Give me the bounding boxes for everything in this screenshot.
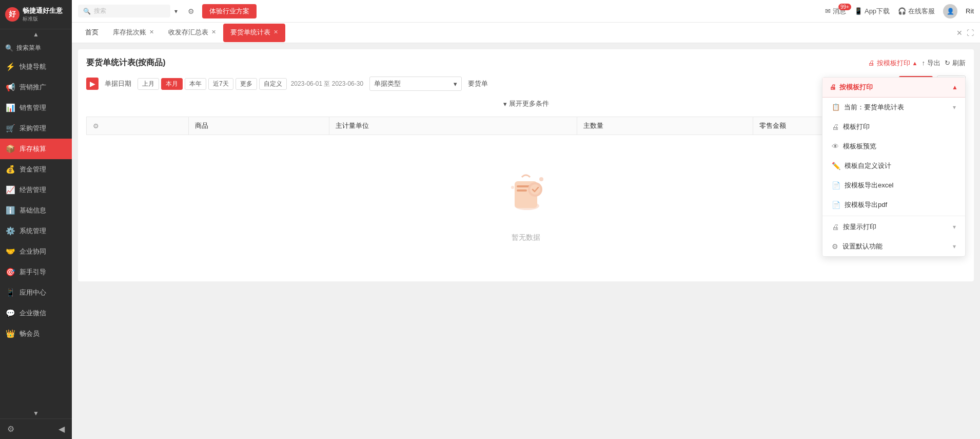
table-settings-icon[interactable]: ⚙ <box>93 122 99 130</box>
tab-receivable-summary[interactable]: 收发存汇总表 ✕ <box>161 24 223 42</box>
page-title: 要货单统计表(按商品) <box>86 58 166 68</box>
tab-close-order-stats[interactable]: ✕ <box>273 29 278 35</box>
online-service-btn[interactable]: 🎧 在线客服 <box>898 7 935 16</box>
date-btn-this-year[interactable]: 本年 <box>185 78 206 90</box>
date-range: 2023-06-01 至 2023-06-30 <box>291 80 363 88</box>
default-function-item[interactable]: ⚙ 设置默认功能 ▾ <box>822 237 965 256</box>
inventory-icon: 📦 <box>5 144 15 154</box>
sidebar-item-wechat[interactable]: 💬 企业微信 <box>0 303 72 323</box>
tab-close-receivable[interactable]: ✕ <box>211 29 216 35</box>
sidebar-scroll-down[interactable]: ▼ <box>0 408 72 418</box>
date-btn-more[interactable]: 更多 <box>236 78 257 90</box>
guide-icon: 🎯 <box>5 267 15 277</box>
sidebar-item-collab[interactable]: 🤝 企业协同 <box>0 241 72 262</box>
wechat-icon: 💬 <box>5 308 15 318</box>
sidebar-item-inventory[interactable]: 📦 库存核算 <box>0 139 72 159</box>
sidebar-item-operation[interactable]: 📈 经营管理 <box>0 180 72 200</box>
sidebar-logo: 好 畅捷通好生意 标准版 <box>0 0 72 29</box>
tab-maximize-btn[interactable]: ⛶ <box>967 29 974 37</box>
user-avatar[interactable]: 👤 <box>943 4 957 18</box>
logo-text: 畅捷通好生意 标准版 <box>23 6 63 23</box>
app-download-btn[interactable]: 📱 App下载 <box>854 7 890 16</box>
expand-more-btn[interactable]: ▾ 展开更多条件 <box>497 97 555 110</box>
empty-illustration <box>500 166 552 227</box>
messages-badge: 99+ <box>838 4 851 10</box>
export-btn[interactable]: ↑ 导出 <box>922 59 941 68</box>
tab-order-stats[interactable]: 要货单统计表 ✕ <box>223 24 285 42</box>
topbar-dropdown[interactable]: ▾ <box>174 8 180 15</box>
service-icon: 🎧 <box>898 7 906 15</box>
export-pdf-icon: 📄 <box>832 201 840 209</box>
page-content: 要货单统计表(按商品) 🖨 按模板打印 ▲ ↑ 导出 ↻ 刷新 <box>72 43 980 439</box>
col-product: 商品 <box>188 117 329 135</box>
refresh-icon: ↻ <box>945 59 950 67</box>
sidebar-item-purchase[interactable]: 🛒 采购管理 <box>0 118 72 139</box>
username: Rit <box>966 7 974 15</box>
sidebar-scroll-up[interactable]: ▲ <box>0 29 72 40</box>
default-function-icon: ⚙ <box>832 242 838 251</box>
template-design-item[interactable]: ✏️ 模板自定义设计 <box>822 156 965 176</box>
template-print-item[interactable]: 🖨 模板打印 <box>822 117 965 137</box>
operation-icon: 📈 <box>5 185 15 195</box>
empty-text: 暂无数据 <box>512 233 540 242</box>
sidebar-item-system[interactable]: ⚙️ 系统管理 <box>0 221 72 241</box>
sidebar-item-finance[interactable]: 💰 资金管理 <box>0 159 72 180</box>
sidebar-item-basic[interactable]: ℹ️ 基础信息 <box>0 200 72 221</box>
sidebar-item-quick-nav[interactable]: ⚡ 快捷导航 <box>0 56 72 77</box>
apps-icon: 📱 <box>5 288 15 298</box>
messages-btn[interactable]: ✉ 消息 99+ <box>825 7 846 16</box>
tab-batch-accounts[interactable]: 库存批次账 ✕ <box>106 24 161 42</box>
sidebar-item-marketing[interactable]: 📢 营销推广 <box>0 77 72 98</box>
expand-chevron-icon: ▾ <box>503 100 507 108</box>
finance-icon: 💰 <box>5 164 15 175</box>
collab-icon: 🤝 <box>5 246 15 257</box>
refresh-btn[interactable]: ↻ 刷新 <box>945 59 966 68</box>
col-quantity: 主数量 <box>577 117 753 135</box>
filter-expand-icon[interactable]: ▶ <box>86 78 99 90</box>
tab-home[interactable]: 首页 <box>78 24 106 42</box>
collapse-icon[interactable]: ◀ <box>58 424 65 434</box>
display-print-item[interactable]: 🖨 按显示打印 ▾ <box>822 217 965 237</box>
template-preview-item[interactable]: 👁 模板板预览 <box>822 137 965 156</box>
logo-icon: 好 <box>5 7 19 22</box>
trial-btn[interactable]: 体验行业方案 <box>202 4 257 18</box>
settings-icon[interactable]: ⚙ <box>7 424 14 434</box>
message-icon: ✉ <box>825 7 831 15</box>
tabs-bar: 首页 库存批次账 ✕ 收发存汇总表 ✕ 要货单统计表 ✕ ✕ ⛶ <box>72 23 980 43</box>
topbar-search-icon: 🔍 <box>83 8 91 15</box>
purchase-icon: 🛒 <box>5 123 15 133</box>
print-dropdown: 🖨 按模板打印 ▲ 📋 当前：要货单统计表 ▾ <box>822 77 966 257</box>
print-btn[interactable]: 🖨 按模板打印 ▲ <box>868 59 918 68</box>
date-btn-this-month[interactable]: 本月 <box>161 78 183 90</box>
sidebar-item-apps[interactable]: 📱 应用中心 <box>0 282 72 303</box>
date-btn-7days[interactable]: 近7天 <box>208 78 233 90</box>
date-btn-custom[interactable]: 自定义 <box>259 78 287 90</box>
template-print-icon: 🖨 <box>832 123 839 131</box>
sales-icon: 📊 <box>5 103 15 113</box>
page-actions: 🖨 按模板打印 ▲ ↑ 导出 ↻ 刷新 <box>868 59 966 68</box>
template-design-icon: ✏️ <box>832 162 840 170</box>
main-area: 🔍 搜索 ▾ ⚙ 体验行业方案 ✉ 消息 99+ 📱 App下载 🎧 在线客服 <box>72 0 980 439</box>
tab-close-all-btn[interactable]: ✕ <box>956 29 963 37</box>
topbar-settings-icon[interactable]: ⚙ <box>184 4 198 18</box>
display-print-icon: 🖨 <box>832 223 839 231</box>
col-settings: ⚙ <box>87 117 189 135</box>
sidebar-item-sales[interactable]: 📊 销售管理 <box>0 98 72 118</box>
type-select[interactable]: 单据类型 ▾ <box>369 77 462 91</box>
template-export-pdf-item[interactable]: 📄 按模板导出pdf <box>822 195 965 215</box>
marketing-icon: 📢 <box>5 82 15 92</box>
print-current-item[interactable]: 📋 当前：要货单统计表 ▾ <box>822 98 965 117</box>
print-chevron-down-icon: ▲ <box>952 84 958 91</box>
sidebar-item-guide[interactable]: 🎯 新手引导 <box>0 262 72 282</box>
tab-close-batch-accounts[interactable]: ✕ <box>149 29 154 35</box>
basic-icon: ℹ️ <box>5 205 15 216</box>
export-icon: ↑ <box>922 59 926 67</box>
sidebar-search[interactable]: 🔍 搜索菜单 <box>0 40 72 56</box>
date-btn-last-month[interactable]: 上月 <box>138 78 159 90</box>
order-category-label: 要货单 <box>468 79 488 88</box>
topbar-search-box[interactable]: 🔍 搜索 <box>78 5 170 17</box>
svg-point-7 <box>511 186 514 189</box>
app-download-icon: 📱 <box>854 7 863 15</box>
template-export-excel-item[interactable]: 📄 按模板导出excel <box>822 176 965 195</box>
sidebar-item-member[interactable]: 👑 畅会员 <box>0 323 72 344</box>
